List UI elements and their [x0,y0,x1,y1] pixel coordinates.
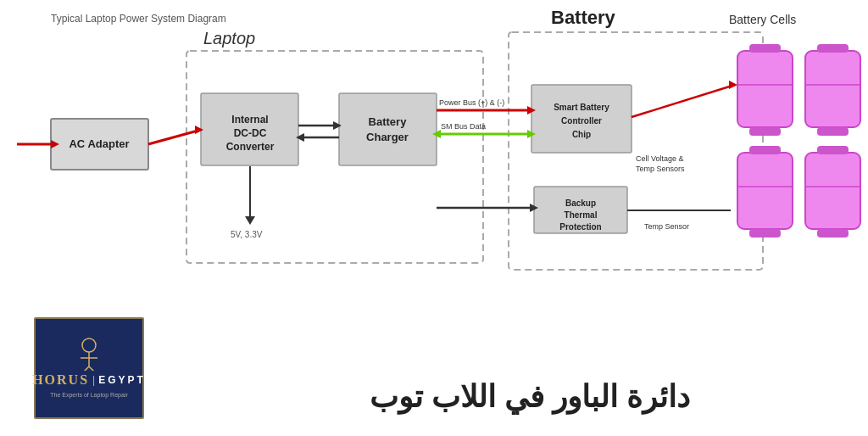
svg-marker-44 [333,121,342,130]
svg-rect-33 [817,127,849,136]
svg-text:Cell Voltage &: Cell Voltage & [636,154,684,163]
svg-line-54 [632,85,735,117]
svg-marker-55 [729,81,737,89]
svg-text:Thermal: Thermal [565,210,598,220]
svg-rect-35 [805,153,860,229]
svg-text:Smart Battery: Smart Battery [554,103,609,112]
svg-marker-42 [195,126,203,134]
svg-text:AC Adapter: AC Adapter [69,137,129,150]
svg-line-69 [89,366,95,371]
svg-marker-52 [432,130,441,138]
svg-text:Chip: Chip [572,130,591,139]
svg-rect-12 [339,93,437,165]
svg-rect-24 [749,44,781,53]
svg-rect-31 [805,51,860,127]
svg-text:Battery: Battery [551,7,616,28]
svg-line-68 [83,366,89,371]
svg-marker-46 [296,133,304,142]
svg-text:Battery Cells: Battery Cells [729,13,796,26]
svg-text:5V, 3.3V: 5V, 3.3V [231,230,263,239]
svg-text:Temp Sensor: Temp Sensor [644,222,689,231]
svg-line-41 [148,130,201,144]
svg-rect-8 [201,93,298,165]
svg-marker-40 [51,140,59,148]
svg-rect-29 [749,229,781,238]
svg-text:Controller: Controller [561,116,602,126]
logo-egypt: EGYPT [98,374,146,386]
svg-marker-63 [245,216,255,225]
svg-text:Internal: Internal [231,114,268,126]
horus-icon [72,337,106,371]
svg-text:Temp Sensors: Temp Sensors [636,165,685,173]
logo-box: HORUS | EGYPT The Experts of Laptop Repa… [34,317,144,419]
svg-marker-51 [527,130,536,138]
svg-text:Protection: Protection [559,222,601,232]
svg-text:Converter: Converter [226,141,275,153]
svg-rect-25 [749,127,781,136]
svg-rect-28 [749,146,781,154]
svg-text:Typical Laptop Power System Di: Typical Laptop Power System Diagram [51,13,226,25]
svg-rect-19 [534,187,627,233]
svg-text:Laptop: Laptop [203,29,255,48]
svg-rect-27 [737,153,793,229]
svg-text:Backup: Backup [565,198,596,208]
svg-text:Power Bus (+) & (-): Power Bus (+) & (-) [439,98,504,107]
svg-text:Battery: Battery [369,115,408,128]
svg-rect-1 [186,51,483,263]
svg-marker-48 [527,106,536,115]
logo-subtitle: The Experts of Laptop Repair [47,391,131,400]
svg-rect-6 [51,119,148,170]
svg-rect-36 [817,146,849,154]
svg-rect-23 [737,51,793,127]
arabic-title: دائرة الباور في اللاب توب [370,379,690,415]
svg-rect-32 [817,44,849,53]
svg-point-65 [82,338,96,352]
svg-text:DC-DC: DC-DC [234,127,267,139]
logo-horus: HORUS [32,372,89,388]
svg-text:Charger: Charger [366,131,409,143]
svg-text:SM Bus Data: SM Bus Data [441,122,486,131]
svg-rect-3 [509,32,763,270]
svg-marker-59 [530,204,538,212]
svg-rect-37 [817,229,849,238]
svg-rect-15 [531,85,632,153]
